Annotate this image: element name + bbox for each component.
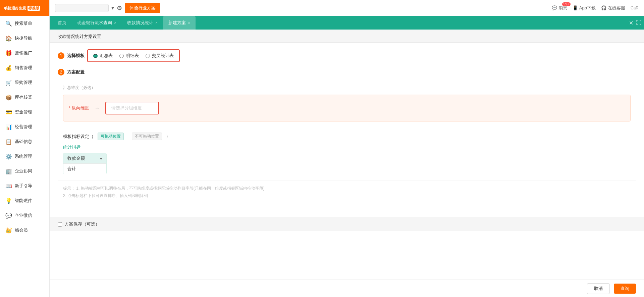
search-input[interactable] [55, 4, 109, 12]
dimension-label: 汇总维度（必选） [63, 85, 631, 91]
sidebar-item-newbie[interactable]: 📖新手引导 [0, 179, 49, 193]
content-area: 收款情况统计方案设置 1 选择模板 汇总表 明细表 [50, 30, 644, 280]
metric-table-row: 合计 [63, 163, 106, 174]
tab-receipt[interactable]: 收款情况统计× [122, 16, 163, 30]
sidebar-label-hardware: 智能硬件 [15, 198, 32, 204]
sidebar-item-nav[interactable]: 🏠快捷导航 [0, 31, 49, 46]
app-logo: 畅捷通好生意 标准版 [0, 0, 49, 16]
draggable-tag: 可拖动位置 [98, 133, 124, 140]
not-draggable-tag: 不可拖动位置 [132, 133, 162, 140]
sidebar-item-finance[interactable]: 💳资金管理 [0, 105, 49, 119]
maximize-icon[interactable]: ⛶ [636, 20, 641, 26]
metrics-label-row: 模板指标设定（ 可拖动位置 不可拖动位置 ） [63, 133, 631, 140]
sidebar-item-marketing[interactable]: 🎁营销推广 [0, 46, 49, 60]
app-name: 畅捷通好生意 [4, 6, 26, 11]
radio-summary-input[interactable] [93, 54, 98, 58]
label-close-paren: ） [166, 134, 170, 139]
radio-detail-input[interactable] [119, 54, 124, 58]
service-label: 在线客服 [608, 5, 625, 11]
row-dimension-label: * 纵向维度 [69, 105, 89, 111]
app-download-link[interactable]: 📱 App下载 [573, 5, 596, 11]
tab-label-new: 新建方案 [168, 20, 186, 26]
finance-icon: 💳 [5, 109, 12, 115]
save-checkbox[interactable] [58, 222, 62, 227]
sidebar-item-basic[interactable]: 📋基础信息 [0, 134, 49, 149]
cancel-button[interactable]: 取消 [587, 283, 610, 294]
top-header: ▾ ⚙ 体验行业方案 💬 消息 99+ 📱 App下载 🎧 在线客服 CaR [50, 0, 644, 16]
sidebar-item-member[interactable]: 👑畅会员 [0, 223, 49, 238]
sidebar-item-corp[interactable]: 🏢企业协同 [0, 164, 49, 179]
tab-close-receipt[interactable]: × [155, 20, 158, 25]
header-right: 💬 消息 99+ 📱 App下载 🎧 在线客服 CaR [552, 5, 639, 11]
tab-label-bank: 现金银行流水查询 [77, 20, 112, 26]
basic-icon: 📋 [5, 139, 12, 145]
dimension-select[interactable]: 请选择分组维度 [105, 102, 159, 114]
notification-icon: 💬 [552, 5, 557, 10]
sidebar-label-inventory: 库存核算 [15, 94, 32, 100]
query-button[interactable]: 查询 [614, 284, 636, 294]
sidebar-label-basic: 基础信息 [15, 139, 32, 145]
member-icon: 👑 [5, 227, 12, 234]
tab-bank[interactable]: 现金银行流水查询× [72, 16, 122, 30]
notification-count: 99+ [562, 2, 571, 6]
tab-close-new[interactable]: × [188, 20, 190, 25]
hardware-icon: 💡 [5, 198, 12, 204]
tab-home[interactable]: 首页 [52, 16, 72, 30]
dropdown-icon[interactable]: ▾ [111, 5, 114, 11]
sidebar: 畅捷通好生意 标准版 🔍搜索菜单🏠快捷导航🎁营销推广💰销售管理🛒采购管理📦库存核… [0, 0, 50, 297]
radio-cross-input[interactable] [146, 54, 150, 58]
sidebar-label-member: 畅会员 [15, 227, 28, 233]
sidebar-label-marketing: 营销推广 [15, 50, 32, 56]
gear-icon[interactable]: ⚙ [117, 4, 122, 12]
tab-label-receipt: 收款情况统计 [127, 20, 153, 26]
sidebar-label-purchase: 采购管理 [15, 80, 32, 86]
operations-icon: 📊 [5, 124, 12, 130]
tip-2: 2. 点击标题栏下拉可设置排序、插入列和删除列 [63, 192, 631, 200]
form-area: 1 选择模板 汇总表 明细表 交叉统计表 [50, 43, 644, 217]
sidebar-label-wechat: 企业微信 [15, 212, 32, 218]
step2-header: 2 方案配置 [58, 69, 636, 76]
sidebar-item-hardware[interactable]: 💡智能硬件 [0, 193, 49, 208]
sidebar-label-sales: 销售管理 [15, 65, 32, 71]
header-left: ▾ ⚙ 体验行业方案 [55, 3, 548, 13]
sidebar-item-purchase[interactable]: 🛒采购管理 [0, 75, 49, 90]
sidebar-label-operations: 经营管理 [15, 124, 32, 130]
radio-cross[interactable]: 交叉统计表 [146, 53, 174, 59]
tip-1: 提示： 1. 拖动标题栏可以调整布局，不可跨维度或指标区域拖动列目字段(只能在同… [63, 185, 631, 192]
industry-btn[interactable]: 体验行业方案 [125, 3, 160, 13]
save-label: 方案保存（可选） [65, 221, 100, 227]
wechat-icon: 💬 [5, 212, 12, 219]
metric-header[interactable]: 收款金额 ▾ [63, 153, 106, 163]
sidebar-item-inventory[interactable]: 📦库存核算 [0, 90, 49, 105]
sidebar-item-sales[interactable]: 💰销售管理 [0, 60, 49, 75]
radio-summary[interactable]: 汇总表 [93, 53, 113, 59]
tab-close-bank[interactable]: × [114, 20, 116, 25]
metrics-section: 模板指标设定（ 可拖动位置 不可拖动位置 ） 统计指标 收款金额 ▾ 合计 [58, 127, 636, 181]
sidebar-item-system[interactable]: ⚙️系统管理 [0, 149, 49, 164]
metrics-main-label: 模板指标设定（ [63, 134, 94, 140]
step1-title: 选择模板 [67, 53, 85, 59]
sidebar-item-search[interactable]: 🔍搜索菜单 [0, 16, 49, 31]
tab-bar-actions: ✕ ⛶ [629, 20, 641, 26]
template-options: 汇总表 明细表 交叉统计表 [87, 49, 180, 62]
nav-icon: 🏠 [5, 35, 12, 42]
radio-detail[interactable]: 明细表 [119, 53, 139, 59]
sidebar-item-operations[interactable]: 📊经营管理 [0, 119, 49, 134]
notification-btn[interactable]: 💬 消息 99+ [552, 5, 567, 11]
service-link[interactable]: 🎧 在线客服 [601, 5, 625, 11]
marketing-icon: 🎁 [5, 50, 12, 56]
sidebar-item-wechat[interactable]: 💬企业微信 [0, 208, 49, 223]
tab-new[interactable]: 新建方案× [163, 16, 196, 30]
stat-indicators-label: 统计指标 [63, 144, 631, 150]
step1-section: 1 选择模板 汇总表 明细表 交叉统计表 [58, 49, 636, 62]
chevron-down-icon: ▾ [100, 156, 102, 161]
download-icon: 📱 [573, 5, 578, 10]
radio-summary-label: 汇总表 [100, 53, 113, 59]
edition-badge: 标准版 [28, 6, 40, 11]
user-info[interactable]: CaR [631, 6, 639, 10]
step2-badge: 2 [58, 69, 64, 76]
metric-header-label: 收款金额 [67, 155, 85, 161]
close-window-icon[interactable]: ✕ [629, 20, 633, 26]
purchase-icon: 🛒 [5, 80, 12, 86]
step1-badge: 1 [58, 52, 64, 59]
